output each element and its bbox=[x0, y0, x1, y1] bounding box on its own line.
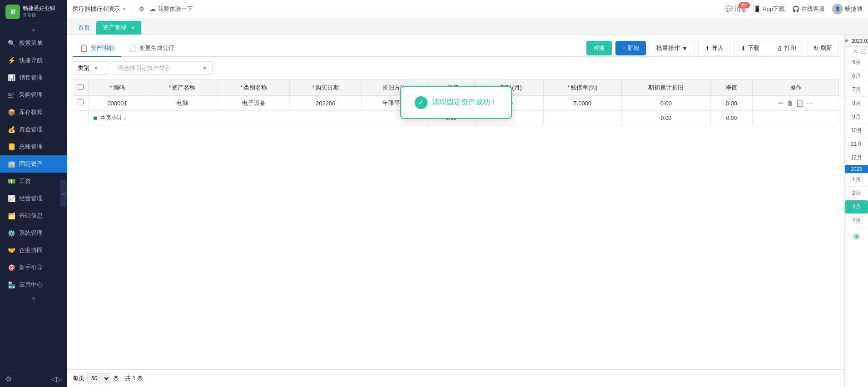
toast-overlay: ✓ 清理固定资产成功！ bbox=[400, 86, 512, 119]
copy-icon[interactable]: 📋 bbox=[796, 99, 804, 107]
sidebar-collapse-btn[interactable]: ◁ bbox=[60, 180, 67, 207]
pagination: 每页 50 100 200 条，共 1 条 bbox=[67, 369, 844, 387]
sidebar-item-fixedassets[interactable]: 🏢 固定资产 bbox=[0, 155, 67, 173]
success-icon: ✓ bbox=[415, 96, 427, 109]
batch-dropdown-icon: ▼ bbox=[682, 45, 688, 52]
cal-month-5[interactable]: 5月 bbox=[845, 56, 868, 69]
reconcile-btn[interactable]: 对账 bbox=[586, 41, 612, 55]
asset-category-select[interactable]: 请选择固定资产类别 ▼ bbox=[113, 61, 213, 75]
calendar-expand-icon[interactable]: ≫ bbox=[844, 38, 849, 44]
import-btn[interactable]: ⬆ 导入 bbox=[698, 41, 730, 55]
calendar-close-header: ✕ ⊡ bbox=[845, 47, 868, 56]
sidebar-item-purchase[interactable]: 🛒 采购管理 bbox=[0, 86, 67, 104]
close-panel-icon[interactable]: ✕ bbox=[853, 48, 858, 55]
sidebar-item-funds[interactable]: 💰 资金管理 bbox=[0, 121, 67, 138]
delete-icon[interactable]: 🗑 bbox=[787, 99, 793, 107]
sidebar-item-guide[interactable]: 🎯 新手引导 bbox=[0, 259, 67, 276]
headset-icon: 🎧 bbox=[792, 5, 799, 12]
funds-icon: 💰 bbox=[7, 126, 15, 133]
select-all-checkbox[interactable] bbox=[78, 84, 84, 90]
subtotal-depreciation: 0.00 bbox=[622, 111, 710, 125]
expand-icon: ⊕ bbox=[853, 232, 860, 241]
print-btn[interactable]: 🖨 打印 bbox=[770, 41, 803, 55]
toast-message: 清理固定资产成功！ bbox=[432, 98, 497, 107]
more-icon[interactable]: ⋯ bbox=[806, 99, 813, 107]
sidebar: 财 畅捷通好业财 普及版 ◁ ▲ 🔍 搜索菜单 ⚡ 快捷导航 📊 销售管理 🛒 … bbox=[0, 0, 67, 387]
cal-month-4-2023[interactable]: 4月 bbox=[845, 214, 868, 228]
cal-year-2023: 2023 bbox=[845, 165, 868, 173]
main: 医疗器械行业演示 ▼ | ⚙ ☁ 我要体验一下 💬 消息 99+ 📱 App下载… bbox=[67, 0, 868, 387]
col-actions: 操作 bbox=[753, 80, 839, 96]
new-btn[interactable]: + 新增 bbox=[615, 41, 646, 55]
settings-btn[interactable]: ⚙ bbox=[139, 5, 144, 12]
sidebar-scroll-down[interactable]: ▼ bbox=[0, 293, 67, 304]
batch-ops-btn[interactable]: 批量操作 ▼ bbox=[650, 41, 694, 55]
cal-month-3-2023[interactable]: 3月 bbox=[845, 200, 868, 214]
cal-month-8[interactable]: 8月 bbox=[845, 97, 868, 110]
sidebar-item-operations[interactable]: 📈 经营管理 bbox=[0, 190, 67, 207]
tabs-bar: 首页 资产管理 ✕ bbox=[67, 18, 868, 35]
sidebar-item-baseinfo[interactable]: 🗂️ 基础信息 bbox=[0, 207, 67, 224]
sidebar-item-search[interactable]: 🔍 搜索菜单 bbox=[0, 35, 67, 52]
calendar-header: ≫ 2023.03 bbox=[845, 35, 868, 47]
try-btn[interactable]: ☁ 我要体验一下 bbox=[150, 5, 193, 13]
sidebar-item-inventory[interactable]: 📦 库存核算 bbox=[0, 104, 67, 121]
company-selector[interactable]: 医疗器械行业演示 ▼ bbox=[73, 5, 127, 13]
system-icon: ⚙️ bbox=[7, 229, 15, 237]
sub-tab-detail[interactable]: 📋 资产明细 bbox=[73, 40, 121, 57]
sidebar-item-ledger[interactable]: 📒 总账管理 bbox=[0, 138, 67, 155]
cloud-icon: ☁ bbox=[150, 5, 156, 12]
guide-icon: 🎯 bbox=[7, 264, 15, 271]
per-page-select[interactable]: 50 100 200 bbox=[87, 373, 110, 383]
message-btn[interactable]: 💬 消息 99+ bbox=[725, 5, 746, 13]
cal-month-2-2023[interactable]: 2月 bbox=[845, 187, 868, 200]
download-icon: 📱 bbox=[754, 5, 761, 12]
inventory-icon: 📦 bbox=[7, 109, 15, 116]
cell-name: 电脑 bbox=[146, 96, 218, 111]
cell-net-value: 0.00 bbox=[710, 96, 753, 111]
cal-month-6[interactable]: 6月 bbox=[845, 69, 868, 83]
sidebar-item-payroll[interactable]: 💵 工资 bbox=[0, 173, 67, 190]
cal-month-12[interactable]: 12月 bbox=[845, 151, 868, 165]
collapse-icon[interactable]: ◁▷ bbox=[51, 375, 62, 383]
cal-month-1-2023[interactable]: 1月 bbox=[845, 173, 868, 187]
cal-month-9[interactable]: 9月 bbox=[845, 110, 868, 124]
cal-expand-btn[interactable]: ⊕ bbox=[845, 228, 868, 245]
settings-icon[interactable]: ⚙ bbox=[5, 375, 12, 383]
sub-tab-voucher[interactable]: 📄 变更生成凭证 bbox=[121, 40, 182, 57]
sidebar-item-appstore[interactable]: 🏪 应用中心 bbox=[0, 276, 67, 293]
sidebar-item-cooperation[interactable]: 🤝 企业协同 bbox=[0, 242, 67, 259]
cal-month-10[interactable]: 10月 bbox=[845, 124, 868, 138]
download-btn[interactable]: ⬇ 下载 bbox=[734, 41, 766, 55]
calendar-months: 5月 6月 7月 8月 9月 10月 11月 12月 2023 1月 2月 3月… bbox=[845, 56, 868, 387]
user-menu[interactable]: 👤 畅捷通 bbox=[832, 4, 863, 15]
app-download-btn[interactable]: 📱 App下载 bbox=[754, 5, 785, 13]
tab-close-icon[interactable]: ✕ bbox=[131, 25, 135, 30]
company-name: 医疗器械行业演示 bbox=[73, 5, 120, 13]
sales-icon: 📊 bbox=[7, 74, 15, 81]
sub-tabs: 📋 资产明细 📄 变更生成凭证 对账 + 新增 批量操作 ▼ bbox=[73, 40, 839, 57]
sidebar-item-system[interactable]: ⚙️ 系统管理 bbox=[0, 224, 67, 242]
tab-home[interactable]: 首页 bbox=[72, 21, 96, 35]
sidebar-scroll-up[interactable]: ▲ bbox=[0, 24, 67, 35]
col-initial-depreciation: 期初累计折旧 bbox=[622, 80, 710, 96]
voucher-tab-icon: 📄 bbox=[129, 45, 136, 52]
col-net-value: 净值 bbox=[710, 80, 753, 96]
refresh-btn[interactable]: ↻ 刷新 bbox=[807, 41, 839, 55]
tab-assets[interactable]: 资产管理 ✕ bbox=[96, 21, 141, 35]
row-checkbox[interactable] bbox=[78, 99, 84, 105]
sidebar-item-sales[interactable]: 📊 销售管理 bbox=[0, 69, 67, 86]
toolbar: 对账 + 新增 批量操作 ▼ ⬆ 导入 ⬇ 下载 bbox=[586, 41, 839, 55]
edit-icon[interactable]: ✏ bbox=[779, 99, 784, 107]
cell-code: 000001 bbox=[89, 96, 146, 111]
online-service-btn[interactable]: 🎧 在线客服 bbox=[792, 5, 825, 13]
gear-icon: ⚙ bbox=[139, 5, 144, 12]
cell-initial-depreciation: 0.00 bbox=[622, 96, 710, 111]
col-residual-rate: *残值率(%) bbox=[543, 80, 621, 96]
cal-month-11[interactable]: 11月 bbox=[845, 138, 868, 151]
topbar: 医疗器械行业演示 ▼ | ⚙ ☁ 我要体验一下 💬 消息 99+ 📱 App下载… bbox=[67, 0, 868, 18]
sidebar-item-quicknav[interactable]: ⚡ 快捷导航 bbox=[0, 52, 67, 69]
expand-panel-icon[interactable]: ⊡ bbox=[861, 48, 866, 55]
cal-month-7[interactable]: 7月 bbox=[845, 83, 868, 97]
category-filter[interactable]: 类别 ▼ bbox=[73, 61, 109, 75]
